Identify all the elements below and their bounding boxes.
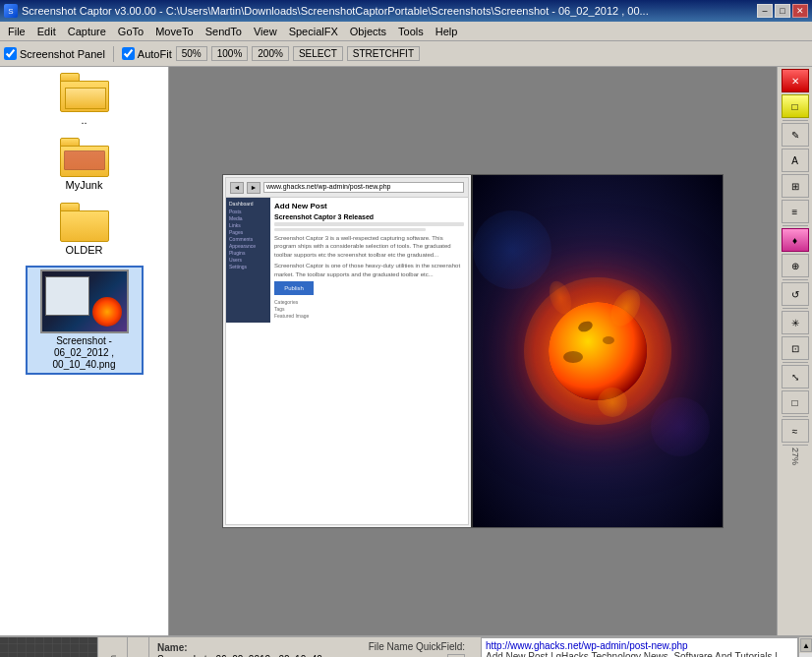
folder-myjunk-label: MyJunk: [66, 179, 103, 191]
folder-body: [60, 81, 109, 112]
rt-pattern-btn[interactable]: ≈: [782, 419, 809, 443]
rt-text-btn[interactable]: A: [782, 149, 809, 172]
surface-detail-1: [577, 320, 595, 334]
zoom-indicator: 27%: [790, 448, 800, 465]
post-heading: Screenshot Captor 3 Released: [274, 213, 464, 220]
rt-grid-btn[interactable]: ⊞: [782, 174, 809, 198]
title-bar-controls: – □ ✕: [757, 4, 808, 18]
folder-myjunk-body: [60, 146, 109, 177]
rt-undo-btn[interactable]: ↺: [782, 282, 809, 306]
maximize-button[interactable]: □: [775, 4, 790, 18]
folder-older[interactable]: OLDER: [35, 201, 134, 258]
webpage-toolbar: ◄ ► www.ghacks.net/wp-admin/post-new.php: [226, 178, 468, 198]
zoom-100-button[interactable]: 100%: [211, 46, 249, 61]
webpage-simulation: ◄ ► www.ghacks.net/wp-admin/post-new.php…: [225, 177, 469, 525]
nav-item-7: Appearance: [229, 243, 267, 249]
rt-zoom-btn[interactable]: ⊕: [782, 254, 809, 277]
rt-square-btn[interactable]: ⊡: [782, 336, 809, 360]
fire-planet: [519, 272, 676, 430]
menu-specialfx[interactable]: SpecialFX: [283, 24, 344, 39]
file-screenshot[interactable]: Screenshot - 06_02_2012 ,00_10_40.png: [26, 266, 144, 375]
screenshot-panel-checkbox[interactable]: Screenshot Panel: [4, 47, 105, 60]
folder-parent-label: ..: [81, 114, 87, 126]
folder-parent[interactable]: ..: [35, 71, 134, 128]
autofit-checkbox[interactable]: AutoFit: [122, 47, 172, 60]
folder-myjunk-icon: [60, 138, 109, 177]
scroll-up[interactable]: ▲: [800, 638, 812, 652]
rt-pink-btn[interactable]: ♦: [782, 228, 809, 252]
wb-back: ◄: [230, 182, 244, 194]
nav-item-1: Dashboard: [229, 201, 267, 207]
nav-item-5: Pages: [229, 229, 267, 235]
close-button[interactable]: ✕: [792, 4, 808, 18]
screenshot-panel-check[interactable]: [4, 47, 17, 60]
file-info-name-group: Name: Screenshot - 06_02_2012 , 00_10_40: [157, 641, 322, 657]
select-button[interactable]: SELECT: [293, 46, 343, 61]
url-scrollbar[interactable]: ▲ ▼: [798, 637, 812, 657]
nav-item-4: Links: [229, 222, 267, 228]
menu-sendto[interactable]: SendTo: [200, 24, 248, 39]
address-bar: www.ghacks.net/wp-admin/post-new.php: [263, 182, 464, 193]
rt-color-btn[interactable]: □: [782, 94, 809, 118]
folder-older-icon: [60, 203, 109, 242]
left-panel: .. MyJunk OLDER: [0, 67, 169, 635]
menu-tools[interactable]: Tools: [392, 24, 430, 39]
zoom-50-button[interactable]: 50%: [176, 46, 207, 61]
stretchfit-button[interactable]: STRETCHFIT: [347, 46, 420, 61]
nav-item-8: Plugins: [229, 250, 267, 256]
folder-older-label: OLDER: [66, 244, 103, 256]
menu-objects[interactable]: Objects: [344, 24, 392, 39]
zoom-200-button[interactable]: 200%: [252, 46, 289, 61]
file-label: Screenshot - 06_02_2012 ,00_10_40.png: [31, 335, 138, 371]
thumb-grid: [0, 637, 97, 657]
rt-sep-7: [783, 445, 808, 446]
toolbar: Screenshot Panel AutoFit 50% 100% 200% S…: [0, 41, 812, 67]
menu-help[interactable]: Help: [430, 24, 464, 39]
section-2: Tags: [274, 306, 464, 312]
center-panel[interactable]: ◄ ► www.ghacks.net/wp-admin/post-new.php…: [169, 67, 777, 635]
rt-sep-5: [783, 362, 808, 363]
nav-item-2: Posts: [229, 209, 267, 214]
rt-sep-1: [783, 120, 808, 121]
autofit-check[interactable]: [122, 47, 135, 60]
publish-btn: Publish: [274, 281, 314, 295]
minimize-button[interactable]: –: [757, 4, 773, 18]
content-text: Screenshot Captor 3 is a well-respected …: [274, 234, 464, 259]
rt-sep-6: [783, 416, 808, 417]
img-right-planet: [473, 175, 723, 527]
thumb-screen-sim: [45, 276, 89, 316]
menu-view[interactable]: View: [248, 24, 283, 39]
post-title: Add New Post: [274, 202, 464, 210]
file-info-top: Name: Screenshot - 06_02_2012 , 00_10_40…: [157, 641, 465, 657]
menu-capture[interactable]: Capture: [62, 24, 112, 39]
url-line-1: http://www.ghacks.net/wp-admin/post-new.…: [486, 640, 793, 651]
rt-resize-btn[interactable]: ⤡: [782, 365, 809, 388]
menu-edit[interactable]: Edit: [31, 24, 62, 39]
menu-moveto[interactable]: MoveTo: [149, 24, 200, 39]
rt-star-btn[interactable]: ✳: [782, 311, 809, 334]
content-text-2: Screenshot Captor is one of those heavy-…: [274, 262, 464, 278]
url-line-2: Add New Post | gHacks Technology News, S…: [486, 651, 793, 657]
rt-pencil-btn[interactable]: ✎: [782, 123, 809, 147]
section-3: Featured Image: [274, 313, 464, 319]
thumb-fire: [92, 297, 122, 327]
content-bar-1: [274, 222, 464, 226]
bottom-top: zoom Nav Name: Screenshot - 06_02_2012 ,…: [0, 637, 812, 657]
surface-detail-2: [563, 351, 583, 363]
menu-goto[interactable]: GoTo: [112, 24, 149, 39]
rt-box-btn[interactable]: □: [782, 390, 809, 414]
menu-file[interactable]: File: [2, 24, 31, 39]
rt-lines-btn[interactable]: ≡: [782, 200, 809, 223]
url-box: http://www.ghacks.net/wp-admin/post-new.…: [481, 637, 798, 657]
sidebar-nav: Dashboard Posts Media Links Pages Commen…: [226, 198, 270, 323]
main-layout: .. MyJunk OLDER: [0, 67, 812, 635]
scroll-track: [799, 653, 812, 657]
zoom-controls-panel: zoom: [98, 637, 128, 657]
flame-3: [598, 388, 627, 417]
rt-close-btn[interactable]: ✕: [782, 69, 809, 92]
autofit-label: AutoFit: [138, 48, 172, 60]
folder-myjunk[interactable]: MyJunk: [35, 136, 134, 193]
nebula-2: [651, 397, 710, 456]
menu-bar: File Edit Capture GoTo MoveTo SendTo Vie…: [0, 22, 812, 41]
right-toolbar: ✕ □ ✎ A ⊞ ≡ ♦ ⊕ ↺ ✳ ⊡ ⤡ □ ≈ 27%: [777, 67, 812, 635]
